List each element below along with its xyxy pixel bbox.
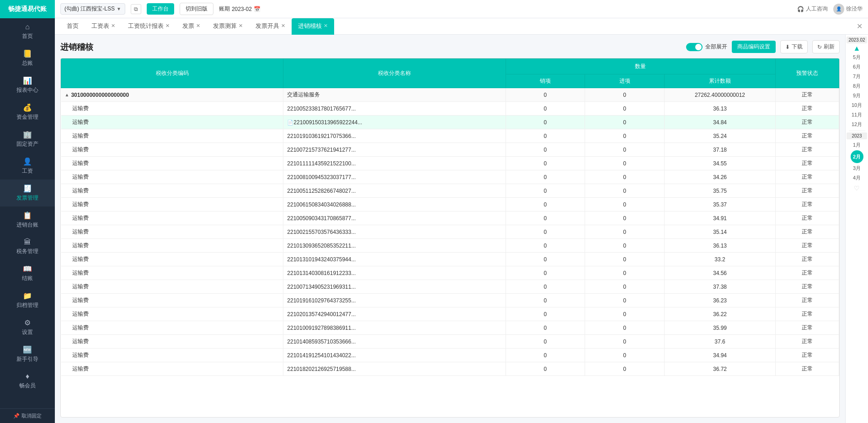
file-icon[interactable]: 📄 [287,120,293,126]
group-cumulative-cell: 27262.40000000012 [664,88,775,102]
row-purchase-cell: 0 [585,157,665,170]
row-sales-cell: 0 [506,184,585,198]
row-code-cell: 221007134905231969311... [283,280,506,294]
calendar-up-arrow[interactable]: ▲ [847,44,867,53]
tab-close-salary_stats[interactable]: ✕ [165,23,170,29]
table-row: 运输费 📄221009150313965922244... 0 0 34.84 … [61,116,839,129]
row-code-cell: 221008100945323037177... [283,170,506,184]
close-all-tabs-button[interactable]: ✕ [857,22,863,31]
refresh-icon: ↻ [817,44,822,50]
tab-invoice_calc[interactable]: 发票测算✕ [207,18,249,35]
calendar-month-curr-4月[interactable]: 4月 [851,173,863,183]
sidebar-item-archive[interactable]: 📁归档管理 [0,287,55,314]
table-row: 运输费 221019103619217075366... 0 0 35.24 正… [61,129,839,143]
toggle-switch[interactable] [686,43,703,51]
calendar-month-prev-10月[interactable]: 10月 [851,100,863,110]
sidebar-item-assets[interactable]: 🏢固定资产 [0,126,55,153]
sidebar-item-guide[interactable]: 🆕新手引导 [0,341,55,368]
row-status-cell: 正常 [776,280,839,294]
tab-reconcile[interactable]: 进销稽核✕ [292,18,334,35]
sidebar-item-invoice_mgmt[interactable]: 🧾发票管理 [0,180,55,206]
row-subname-cell: 运输费 [61,321,283,335]
sidebar-item-ledger[interactable]: 📒总账 [0,45,55,72]
download-button[interactable]: ⬇ 下载 [780,40,808,53]
tab-home[interactable]: 首页 [60,18,85,35]
expand-all-toggle[interactable]: 全部展开 [686,43,727,51]
table-row: 运输费 221007134905231969311... 0 0 37.38 正… [61,280,839,294]
calendar-month-prev-6月[interactable]: 6月 [851,62,863,72]
headset-icon: 🎧 [797,6,804,12]
switch-old-button[interactable]: 切到旧版 [180,3,213,15]
table-row: 运输费 221013101943240375944... 0 0 33.2 正常 [61,253,839,266]
tab-invoice[interactable]: 发票✕ [176,18,207,35]
col-header-cumulative: 累计数额 [664,74,775,88]
sidebar-item-salary[interactable]: 👤工资 [0,153,55,180]
tab-label-reconcile: 进销稽核 [298,22,322,30]
calendar-month-prev-5月[interactable]: 5月 [851,53,863,62]
copy-button[interactable]: ⧉ [131,4,141,14]
row-code-cell: 221013093652085352211... [283,239,506,253]
calendar-month-curr-3月[interactable]: 3月 [851,164,863,173]
calendar-month-prev-7月[interactable]: 7月 [851,72,863,81]
user-menu[interactable]: 👤 徐泾华 [833,4,863,15]
row-purchase-cell: 0 [585,143,665,157]
tab-close-salary[interactable]: ✕ [111,23,115,29]
row-cumulative-cell: 35.37 [664,198,775,212]
sidebar-icon-archive: 📁 [23,291,32,300]
calendar-month-prev-8月[interactable]: 8月 [851,81,863,91]
row-cumulative-cell: 35.75 [664,184,775,198]
period-calendar-icon[interactable]: 📅 [254,6,261,12]
workspace-button[interactable]: 工作台 [147,3,174,15]
sidebar-item-home[interactable]: ⌂首页 [0,18,55,45]
tab-salary_stats[interactable]: 工资统计报表✕ [122,18,176,35]
sidebar-icon-ledger: 📒 [23,49,32,58]
sidebar-item-tax_mgmt[interactable]: 🏛税务管理 [0,233,55,260]
curr-year-label: 2023 [847,132,867,139]
calendar-month-prev-9月[interactable]: 9月 [851,91,863,100]
product-code-settings-button[interactable]: 商品编码设置 [732,41,776,53]
page-title: 进销稽核 [60,42,93,53]
tab-close-invoice_calc[interactable]: ✕ [239,23,243,29]
row-purchase-cell: 0 [585,307,665,321]
sidebar-item-settings[interactable]: ⚙设置 [0,314,55,341]
row-cumulative-cell: 34.56 [664,266,775,280]
calendar-month-curr-1月[interactable]: 1月 [851,140,863,150]
tab-close-invoice_open[interactable]: ✕ [281,23,285,29]
row-subname-cell: 运输费 [61,170,283,184]
sidebar-item-purchase_ledger[interactable]: 📋进销台账 [0,206,55,233]
row-cumulative-cell: 35.99 [664,321,775,335]
calendar-month-prev-11月[interactable]: 11月 [851,110,863,120]
table-row: 运输费 221002155703576436333... 0 0 35.14 正… [61,225,839,239]
group-sales-cell: 0 [506,88,585,102]
table-row: 运输费 221008100945323037177... 0 0 34.26 正… [61,170,839,184]
sidebar-item-capital[interactable]: 💰资金管理 [0,99,55,126]
refresh-button[interactable]: ↻ 刷新 [812,40,840,53]
favorite-icon[interactable]: ♡ [854,185,860,192]
unpin-sidebar[interactable]: 📌 取消固定 [0,408,55,423]
row-status-cell: 正常 [776,129,839,143]
table-row: 运输费 221013140308161912233... 0 0 34.56 正… [61,266,839,280]
tab-close-reconcile[interactable]: ✕ [324,23,328,29]
tab-close-invoice[interactable]: ✕ [196,23,200,29]
support-link[interactable]: 🎧 人工咨询 [797,5,828,13]
collapse-icon[interactable]: ▲ [65,92,69,97]
table-row: 运输费 221005090343170865877... 0 0 34.91 正… [61,212,839,225]
sidebar-item-accounting[interactable]: 📖结账 [0,260,55,287]
row-code-cell: 221018202126925719588... [283,362,506,376]
row-subname-cell: 运输费 [61,157,283,170]
tab-invoice_open[interactable]: 发票开具✕ [249,18,292,35]
calendar-month-curr-2月[interactable]: 2月 [851,150,863,163]
table-row: 运输费 221020135742940012477... 0 0 36.22 正… [61,307,839,321]
sidebar-icon-home: ⌂ [25,23,30,31]
row-code-cell: 221005233817801765677... [283,102,506,116]
row-subname-cell: 运输费 [61,212,283,225]
calendar-month-prev-12月[interactable]: 12月 [851,120,863,129]
sidebar-item-reports[interactable]: 📊报表中心 [0,72,55,99]
row-subname-cell: 运输费 [61,116,283,129]
row-cumulative-cell: 34.55 [664,157,775,170]
sidebar-item-member[interactable]: ♦畅会员 [0,368,55,394]
row-purchase-cell: 0 [585,212,665,225]
group-purchase-cell: 0 [585,88,665,102]
company-selector[interactable]: (勾曲) 江西报宝-LSS ▼ [60,3,125,15]
tab-salary[interactable]: 工资表✕ [85,18,122,35]
